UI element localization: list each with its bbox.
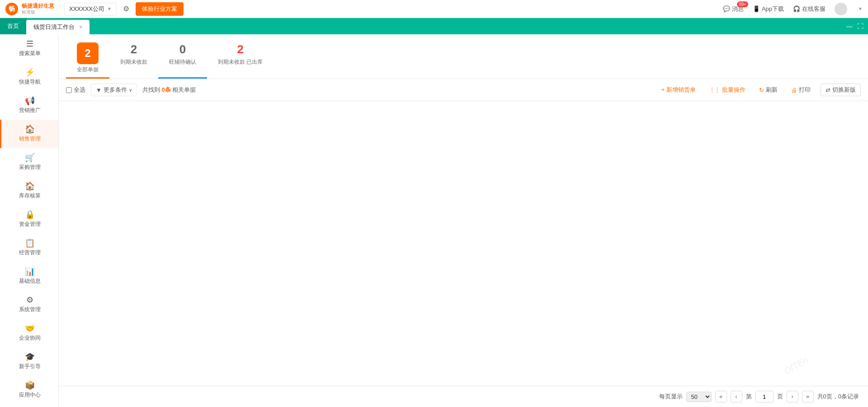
print-label: 打印 [799, 86, 811, 94]
filter-chevron-icon: ∨ [129, 88, 132, 93]
tab-home[interactable]: 首页 [0, 18, 26, 34]
company-name: XXXXXX公司 [69, 5, 104, 13]
result-count: 0条 [162, 86, 171, 93]
sales-icon: 🏠 [25, 125, 35, 133]
tab-active[interactable]: 钱货日清工作台 × [26, 20, 90, 34]
logo-icon: 畅 [5, 3, 18, 15]
sidebar-item-system[interactable]: ⚙ 系统管理 [0, 290, 58, 319]
switch-btn[interactable]: ⇄ 切换新版 [821, 84, 861, 96]
sidebar-item-sales[interactable]: 🏠 销售管理 [0, 120, 58, 148]
logo-area: 畅 畅捷通好生意 标准版 [5, 3, 64, 15]
sidebar-item-basic-info[interactable]: 📊 基础信息 [0, 262, 58, 290]
purchase-icon: 🛒 [25, 154, 35, 162]
sidebar-label-quick-nav: 快捷导航 [19, 78, 41, 86]
active-tab-label: 钱货日清工作台 [33, 23, 75, 31]
refresh-btn[interactable]: ↻ 刷新 [755, 84, 781, 96]
enterprise-icon: 🤝 [25, 324, 35, 332]
tab-maximize-icon[interactable]: ⛶ [857, 23, 863, 30]
result-prefix: 共找到 [142, 86, 160, 93]
online-service-btn[interactable]: 🎧 在线客服 [793, 5, 826, 13]
batch-btn[interactable]: ⋮⋮ 批量操作 [706, 84, 749, 96]
print-btn[interactable]: 🖨 打印 [788, 84, 814, 96]
chevron-down-icon: ▼ [107, 6, 112, 11]
prev-page-btn[interactable]: ‹ [731, 391, 742, 402]
avatar[interactable] [835, 3, 847, 15]
filter-btn[interactable]: ▼ 更多条件 ∨ [91, 84, 137, 96]
sidebar-item-search-menu[interactable]: ☰ 搜索菜单 [0, 34, 58, 63]
inventory-icon: 🏠 [25, 182, 35, 190]
stat-number-wangfu: 0 [179, 42, 186, 56]
sidebar-item-quick-nav[interactable]: ⚡ 快捷导航 [0, 63, 58, 91]
page-size-label: 每页显示 [659, 393, 683, 401]
online-service-label: 在线客服 [802, 5, 826, 13]
sidebar: ☰ 搜索菜单 ⚡ 快捷导航 📢 营销推广 🏠 销售管理 🛒 采购管理 🏠 库存核… [0, 34, 59, 407]
stat-tab-all[interactable]: 2 全部单据 [66, 40, 109, 79]
stats-tabs: 2 全部单据 2 到期未收款 0 旺辅待确认 2 到期未收款 已出库 [59, 34, 868, 79]
home-tab-label: 首页 [7, 22, 19, 30]
page-input[interactable] [755, 391, 774, 402]
sidebar-item-operations[interactable]: 📋 经营管理 [0, 234, 58, 262]
select-all-checkbox[interactable]: 全选 [66, 86, 85, 94]
sidebar-item-finance[interactable]: 🔒 资金管理 [0, 205, 58, 234]
page-size-select[interactable]: 50 20 100 [686, 392, 712, 402]
sidebar-label-enterprise: 企业协同 [19, 334, 41, 342]
stat-number-all: 2 [77, 42, 99, 64]
quick-nav-icon: ⚡ [25, 68, 35, 76]
sidebar-item-purchase[interactable]: 🛒 采购管理 [0, 148, 58, 177]
sidebar-item-enterprise[interactable]: 🤝 企业协同 [0, 319, 58, 347]
print-icon: 🖨 [791, 87, 797, 94]
app-download-btn[interactable]: 📱 App下载 [753, 5, 784, 13]
sidebar-label-guide: 新手引导 [19, 363, 41, 370]
stat-number-overdue: 2 [131, 42, 137, 56]
result-text: 共找到 0条 相关单据 [142, 86, 196, 94]
logo-text: 畅捷通好生意 标准版 [22, 3, 54, 14]
add-btn[interactable]: + 新增销货单 [658, 84, 699, 96]
sidebar-label-finance: 资金管理 [19, 220, 41, 228]
system-icon: ⚙ [26, 296, 33, 304]
select-all-input[interactable] [66, 87, 72, 93]
logo-subtitle: 标准版 [22, 9, 54, 15]
stat-number-shipped: 2 [237, 42, 243, 56]
sidebar-item-marketing[interactable]: 📢 营销推广 [0, 91, 58, 120]
stat-tab-overdue[interactable]: 2 到期未收款 [109, 40, 158, 79]
sidebar-label-basic-info: 基础信息 [19, 277, 41, 285]
first-page-btn[interactable]: « [715, 391, 727, 402]
messages-btn[interactable]: 💬 消息 99+ [723, 5, 744, 13]
next-page-btn[interactable]: › [787, 391, 798, 402]
message-icon: 💬 [723, 5, 730, 12]
company-selector[interactable]: XXXXXX公司 ▼ [64, 3, 117, 15]
sidebar-label-search-menu: 搜索菜单 [19, 50, 41, 57]
sidebar-label-system: 系统管理 [19, 306, 41, 313]
messages-badge: 99+ [737, 1, 748, 7]
experience-btn[interactable]: 体验行业方案 [136, 2, 184, 16]
page-label: 第 [746, 393, 752, 401]
finance-icon: 🔒 [25, 211, 35, 219]
refresh-label: 刷新 [766, 86, 778, 94]
table-area [59, 101, 868, 386]
last-page-btn[interactable]: » [802, 391, 814, 402]
batch-label: 批量操作 [722, 86, 745, 94]
content-area: 2 全部单据 2 到期未收款 0 旺辅待确认 2 到期未收款 已出库 全选 [59, 34, 868, 407]
tab-close-icon[interactable]: × [79, 24, 82, 30]
sidebar-item-wechat[interactable]: 💬 企业微信 [0, 404, 58, 407]
tab-bar: 首页 钱货日清工作台 × — ⛶ [0, 18, 868, 34]
header-right: 💬 消息 99+ 📱 App下载 🎧 在线客服 ▼ [723, 3, 863, 15]
settings-icon[interactable]: ⚙ [121, 3, 131, 15]
switch-label: 切换新版 [832, 86, 856, 94]
stat-tab-shipped[interactable]: 2 到期未收款 已出库 [207, 40, 274, 79]
sidebar-item-app-center[interactable]: 📦 应用中心 [0, 376, 58, 404]
tab-minimize-icon[interactable]: — [846, 23, 853, 30]
tab-bar-right: — ⛶ [846, 18, 868, 34]
stat-tab-wangfu[interactable]: 0 旺辅待确认 [158, 40, 207, 79]
main-layout: ☰ 搜索菜单 ⚡ 快捷导航 📢 营销推广 🏠 销售管理 🛒 采购管理 🏠 库存核… [0, 34, 868, 407]
refresh-icon: ↻ [759, 87, 764, 94]
operations-icon: 📋 [25, 239, 35, 247]
page-summary: 共0页，0条记录 [817, 393, 859, 401]
stat-label-wangfu: 旺辅待确认 [169, 58, 196, 66]
username-area[interactable]: ▼ [856, 6, 863, 11]
page-label-end: 页 [777, 393, 783, 401]
sidebar-item-guide[interactable]: 🎓 新手引导 [0, 347, 58, 376]
service-icon: 🎧 [793, 5, 800, 12]
sidebar-item-inventory[interactable]: 🏠 库存核算 [0, 177, 58, 205]
result-suffix: 相关单据 [172, 86, 196, 93]
